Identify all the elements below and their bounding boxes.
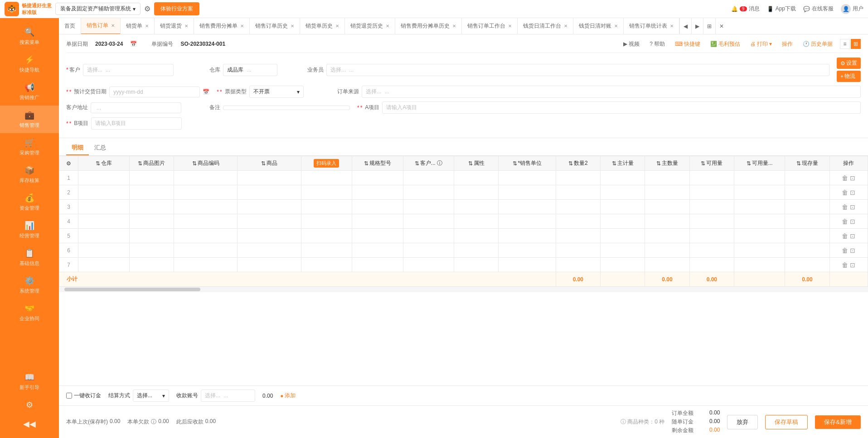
tab-sales-order-history[interactable]: 销售订单历史 ✕ bbox=[250, 18, 300, 34]
tab-close-icon9[interactable]: ✕ bbox=[508, 24, 512, 29]
sidebar-item-nav[interactable]: ⚡ 快捷导航 bbox=[0, 50, 59, 78]
tab-sales-slip[interactable]: 销货单 ✕ bbox=[121, 18, 155, 34]
profit-action[interactable]: 💹 毛利预估 bbox=[708, 39, 743, 49]
delivery-date-input[interactable]: yyyy-mm-dd bbox=[109, 87, 200, 97]
layout-grid-icon[interactable]: ⊞ bbox=[851, 39, 861, 49]
sidebar-item-base[interactable]: 📋 基础信息 bbox=[0, 244, 59, 271]
copy-icon[interactable]: ⊡ bbox=[850, 189, 855, 196]
col-spec[interactable]: ⇅规格型号 bbox=[352, 156, 403, 171]
col-image[interactable]: ⇅商品图片 bbox=[129, 156, 174, 171]
settings-button[interactable]: ⚙ 设置 bbox=[837, 58, 861, 69]
history-action[interactable]: 🕐 历史单据 bbox=[800, 39, 835, 49]
col-warehouse[interactable]: ⇅仓库 bbox=[78, 156, 129, 171]
copy-icon[interactable]: ⊡ bbox=[850, 261, 855, 269]
col-available[interactable]: ⇅可用量 bbox=[689, 156, 734, 171]
col-qty2[interactable]: ⇅数量2 bbox=[556, 156, 600, 171]
tab-close-icon5[interactable]: ✕ bbox=[291, 24, 294, 29]
tab-sales-order[interactable]: 销售订单 ✕ bbox=[81, 18, 121, 34]
sidebar-item-finance[interactable]: 💰 资金管理 bbox=[0, 188, 59, 216]
copy-icon[interactable]: ⊡ bbox=[850, 203, 855, 211]
copy-icon[interactable]: ⊡ bbox=[850, 174, 855, 182]
sidebar-item-inventory[interactable]: 📦 库存核算 bbox=[0, 161, 59, 188]
date-picker-icon[interactable]: 📅 bbox=[203, 89, 209, 95]
copy-icon[interactable]: ⊡ bbox=[850, 232, 855, 240]
online-service-item[interactable]: 💬 在线客服 bbox=[803, 5, 834, 13]
system-selector[interactable]: 装备及固定资产辅助管理系统 ▾ bbox=[55, 3, 141, 15]
tab-close-icon11[interactable]: ✕ bbox=[614, 24, 618, 29]
horizontal-scrollbar[interactable] bbox=[59, 287, 868, 292]
tab-sales-slip-history[interactable]: 销货单历史 ✕ bbox=[300, 18, 345, 34]
sidebar-item-purchase[interactable]: 🛒 采购管理 bbox=[0, 133, 59, 161]
layout-list-icon[interactable]: ≡ bbox=[840, 39, 850, 49]
tab-sales-return[interactable]: 销货退货 ✕ bbox=[155, 18, 194, 34]
delete-icon[interactable]: 🗑 bbox=[842, 203, 848, 211]
sidebar-item-collapse[interactable]: ◀◀ bbox=[0, 414, 59, 433]
tab-stats[interactable]: 销售订单统计表 ✕ bbox=[624, 18, 679, 34]
sidebar-item-sales[interactable]: 💼 销售管理 bbox=[0, 106, 59, 133]
shortcut-action[interactable]: ⌨ 快捷键 bbox=[672, 39, 703, 49]
staff-input[interactable]: 选择... ... bbox=[326, 64, 829, 76]
b-project-input[interactable]: 请输入B项目 bbox=[91, 117, 182, 130]
sidebar-item-settings[interactable]: ⚙ bbox=[0, 395, 59, 414]
notification-item[interactable]: 🔔 9 消息 bbox=[731, 5, 760, 13]
a-project-input[interactable]: 请输入A项目 bbox=[382, 101, 861, 114]
tab-close-icon7[interactable]: ✕ bbox=[386, 24, 389, 29]
tab-more-btn[interactable]: ⊞ bbox=[703, 18, 715, 34]
user-item[interactable]: 👤 用户 bbox=[841, 4, 863, 14]
app-download-item[interactable]: 📱 App下载 bbox=[767, 5, 796, 13]
tab-fee-history[interactable]: 销售费用分摊单历史 ✕ bbox=[395, 18, 462, 34]
delete-icon[interactable]: 🗑 bbox=[842, 247, 848, 254]
remark-input[interactable] bbox=[223, 106, 350, 110]
sidebar-item-marketing[interactable]: 📢 营销推广 bbox=[0, 78, 59, 106]
order-source-input[interactable]: 选择... ... bbox=[362, 86, 861, 98]
pay-method-select[interactable]: 选择... ▾ bbox=[133, 390, 169, 402]
sidebar-item-collab[interactable]: 🤝 企业协同 bbox=[0, 299, 59, 327]
tab-daily-reconcile[interactable]: 钱货日清对账 ✕ bbox=[573, 18, 624, 34]
tab-return-history[interactable]: 销货退货历史 ✕ bbox=[345, 18, 395, 34]
delete-icon[interactable]: 🗑 bbox=[842, 189, 848, 196]
scan-button[interactable]: 扫码录入 bbox=[314, 159, 339, 168]
tab-close-icon8[interactable]: ✕ bbox=[452, 24, 456, 29]
col-settings[interactable]: ⚙ bbox=[59, 156, 78, 171]
copy-icon[interactable]: ⊡ bbox=[850, 247, 855, 254]
col-attr[interactable]: ⇅属性 bbox=[454, 156, 498, 171]
tab-close-all-btn[interactable]: ✕ bbox=[715, 18, 727, 34]
operate-action[interactable]: 操作 bbox=[779, 39, 795, 49]
tab-close-icon2[interactable]: ✕ bbox=[145, 24, 149, 29]
scroll-thumb[interactable] bbox=[64, 288, 200, 291]
invoice-type-select[interactable]: 不开票 ▾ bbox=[249, 86, 304, 98]
col-main-unit[interactable]: ⇅主计量 bbox=[600, 156, 645, 171]
tab-close-icon6[interactable]: ✕ bbox=[335, 24, 339, 29]
print-action[interactable]: 🖨 打印 ▾ bbox=[747, 39, 775, 49]
col-customer-code[interactable]: ⇅客户... ⓘ bbox=[403, 156, 454, 171]
sidebar-item-search[interactable]: 🔍 搜索菜单 bbox=[0, 23, 59, 50]
tab-sales-fee[interactable]: 销售费用分摊单 ✕ bbox=[194, 18, 250, 34]
material-button[interactable]: + 物流 bbox=[837, 71, 861, 82]
view-action[interactable]: ▶ 视频 bbox=[621, 39, 642, 49]
delete-icon[interactable]: 🗑 bbox=[842, 232, 848, 240]
col-scan[interactable]: 扫码录入 bbox=[301, 156, 352, 171]
col-unit[interactable]: ⇅*销售单位 bbox=[499, 156, 556, 171]
save-draft-button[interactable]: 保存草稿 bbox=[765, 415, 808, 429]
settings-icon[interactable]: ⚙ bbox=[144, 5, 150, 13]
tab-close-icon10[interactable]: ✕ bbox=[564, 24, 567, 29]
sidebar-item-system[interactable]: ⚙️ 系统管理 bbox=[0, 271, 59, 299]
quickpay-check-input[interactable] bbox=[66, 393, 72, 399]
delete-icon[interactable]: 🗑 bbox=[842, 261, 848, 269]
discard-button[interactable]: 放弃 bbox=[727, 415, 758, 429]
tab-prev-btn[interactable]: ◀ bbox=[679, 18, 691, 34]
col-goods[interactable]: ⇅商品 bbox=[238, 156, 301, 171]
col-code[interactable]: ⇅商品编码 bbox=[174, 156, 237, 171]
sidebar-item-guide[interactable]: 📖 新手引导 bbox=[0, 368, 59, 395]
sub-tab-summary[interactable]: 汇总 bbox=[89, 141, 112, 155]
calendar-icon[interactable]: 📅 bbox=[130, 41, 137, 47]
quickpay-checkbox[interactable]: 一键收订金 bbox=[66, 392, 101, 399]
tab-close-icon12[interactable]: ✕ bbox=[670, 24, 674, 29]
table-wrapper[interactable]: ⚙ ⇅仓库 ⇅商品图片 ⇅商品编码 bbox=[59, 156, 868, 385]
tab-close-icon[interactable]: ✕ bbox=[111, 23, 115, 28]
add-payment-button[interactable]: ● 添加 bbox=[280, 392, 295, 399]
address-input[interactable]: ... bbox=[91, 102, 181, 113]
sidebar-item-ops[interactable]: 📊 经营管理 bbox=[0, 216, 59, 244]
warehouse-input[interactable]: 成品库 ... bbox=[223, 64, 277, 76]
industry-button[interactable]: 体验行业方案 bbox=[154, 2, 199, 15]
